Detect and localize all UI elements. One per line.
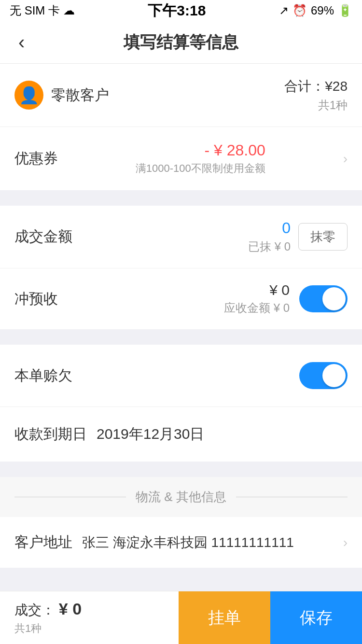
address-label: 客户地址 xyxy=(14,532,72,552)
pre-collect-values: ¥ 0 应收金额 ¥ 0 xyxy=(224,282,290,316)
pre-collect-row: 冲预收 ¥ 0 应收金额 ¥ 0 xyxy=(0,268,362,329)
status-left: 无 SIM 卡 ☁ xyxy=(10,3,75,18)
battery-icon: 🔋 xyxy=(338,4,352,17)
logistics-section: 物流 & 其他信息 客户地址 张三 海淀永丰科技园 11111111111 › xyxy=(0,477,362,568)
content-area: 👤 零散客户 合计：¥28 共1种 优惠券 - ¥ 28.00 满1000-10… xyxy=(0,64,362,633)
nav-bar: ‹ 填写结算等信息 xyxy=(0,21,362,64)
due-date-row: 收款到期日 2019年12月30日 xyxy=(0,406,362,462)
save-button[interactable]: 保存 xyxy=(270,591,362,644)
debt-section: 本单赊欠 收款到期日 2019年12月30日 xyxy=(0,345,362,462)
customer-left: 👤 零散客户 xyxy=(14,81,109,110)
summary-row: 成交： ¥ 0 xyxy=(14,600,164,619)
logistics-title: 物流 & 其他信息 xyxy=(126,489,236,505)
deal-amount-right: 0 已抹 ¥ 0 抹零 xyxy=(248,219,348,254)
debt-row: 本单赊欠 xyxy=(0,345,362,406)
divider-1 xyxy=(0,198,362,206)
coupon-right: - ¥ 28.00 满1000-100不限制使用金额 xyxy=(136,141,265,176)
status-bar: 无 SIM 卡 ☁ 下午3:18 ↗ ⏰ 69% 🔋 xyxy=(0,0,362,21)
line-left xyxy=(14,497,126,497)
pre-collect-sub: 应收金额 ¥ 0 xyxy=(224,300,290,316)
debt-label: 本单赊欠 xyxy=(14,366,72,386)
deal-amount-value: 0 xyxy=(248,219,291,237)
due-date-value: 2019年12月30日 xyxy=(97,424,204,444)
customer-name: 零散客户 xyxy=(51,85,109,105)
back-button[interactable]: ‹ xyxy=(14,27,29,58)
sim-label: 无 SIM 卡 ☁ xyxy=(10,3,75,18)
avatar: 👤 xyxy=(14,81,43,110)
pre-collect-label: 冲预收 xyxy=(14,289,58,309)
customer-section: 👤 零散客户 合计：¥28 共1种 优惠券 - ¥ 28.00 满1000-10… xyxy=(0,64,362,190)
debt-toggle[interactable] xyxy=(299,362,348,389)
address-row[interactable]: 客户地址 张三 海淀永丰科技园 11111111111 › xyxy=(0,517,362,568)
chevron-right-icon: › xyxy=(343,151,348,167)
status-right: ↗ ⏰ 69% 🔋 xyxy=(279,4,352,17)
coupon-label: 优惠券 xyxy=(14,149,58,168)
deal-amount-label: 成交金额 xyxy=(14,227,72,247)
location-icon: ↗ xyxy=(279,4,289,17)
deal-amount-values: 0 已抹 ¥ 0 xyxy=(248,219,291,254)
deal-amount-row: 成交金额 0 已抹 ¥ 0 抹零 xyxy=(0,206,362,268)
summary-count: 共1种 xyxy=(14,621,164,636)
address-value: 张三 海淀永丰科技园 11111111111 xyxy=(82,533,343,552)
address-chevron-icon: › xyxy=(343,535,348,550)
total-count: 共1种 xyxy=(284,98,348,113)
person-icon: 👤 xyxy=(19,85,39,105)
debt-toggle-knob xyxy=(322,364,346,387)
alarm-icon: ⏰ xyxy=(292,4,307,17)
battery-label: 69% xyxy=(311,4,334,17)
status-time: 下午3:18 xyxy=(148,1,206,21)
toggle-knob xyxy=(322,287,346,310)
summary-label: 成交： xyxy=(14,602,55,617)
pre-collect-right: ¥ 0 应收金额 ¥ 0 xyxy=(224,282,348,316)
round-zero-button[interactable]: 抹零 xyxy=(298,223,348,251)
coupon-amount: - ¥ 28.00 xyxy=(136,141,265,159)
page-title: 填写结算等信息 xyxy=(124,31,238,54)
logistics-header: 物流 & 其他信息 xyxy=(0,477,362,517)
pre-collect-amount: ¥ 0 xyxy=(224,282,290,298)
coupon-row[interactable]: 优惠券 - ¥ 28.00 满1000-100不限制使用金额 › xyxy=(0,126,362,190)
bottom-summary: 成交： ¥ 0 共1种 xyxy=(0,600,179,636)
due-date-label: 收款到期日 xyxy=(14,424,87,444)
customer-row: 👤 零散客户 合计：¥28 共1种 xyxy=(0,64,362,126)
deal-amount-section: 成交金额 0 已抹 ¥ 0 抹零 冲预收 ¥ 0 应收金额 ¥ 0 xyxy=(0,206,362,329)
deal-amount-sub: 已抹 ¥ 0 xyxy=(248,239,291,254)
hold-button[interactable]: 挂单 xyxy=(179,591,270,644)
bottom-bar: 成交： ¥ 0 共1种 挂单 保存 xyxy=(0,591,362,644)
coupon-description: 满1000-100不限制使用金额 xyxy=(136,161,265,176)
divider-3 xyxy=(0,469,362,477)
summary-amount: ¥ 0 xyxy=(59,600,82,618)
total-amount: 合计：¥28 xyxy=(284,77,348,96)
line-right xyxy=(236,497,348,497)
divider-2 xyxy=(0,337,362,345)
customer-right: 合计：¥28 共1种 xyxy=(284,77,348,113)
pre-collect-toggle[interactable] xyxy=(299,285,348,312)
